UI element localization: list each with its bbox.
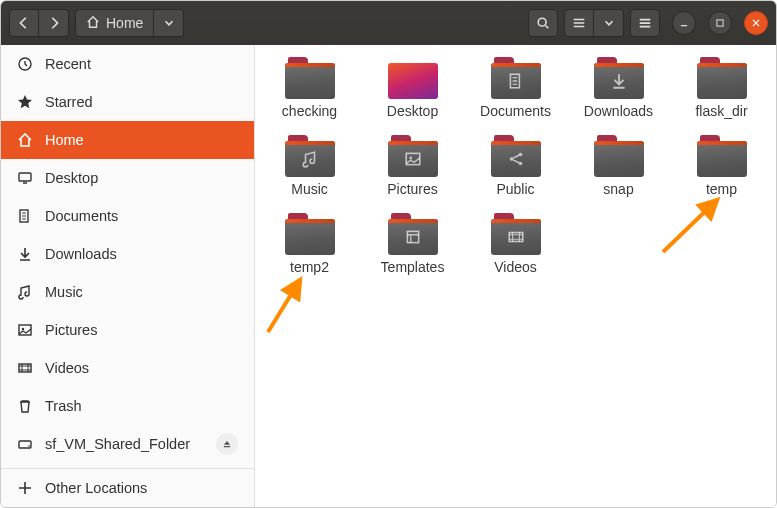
folder-icon xyxy=(594,135,644,177)
folder-temp[interactable]: temp xyxy=(675,135,768,197)
file-manager-window: Home RecentStarredHomeDesktopDocumentsDo… xyxy=(0,0,777,508)
folder-icon xyxy=(491,213,541,255)
folder-label: Documents xyxy=(480,103,551,119)
folder-downloads[interactable]: Downloads xyxy=(572,57,665,119)
folder-label: Music xyxy=(291,181,328,197)
folder-label: Pictures xyxy=(387,181,438,197)
folder-icon xyxy=(594,57,644,99)
folder-label: temp xyxy=(706,181,737,197)
minimize-button[interactable] xyxy=(672,11,696,35)
path-bar: Home xyxy=(75,9,184,37)
folder-documents[interactable]: Documents xyxy=(469,57,562,119)
sidebar-item-downloads[interactable]: Downloads xyxy=(1,235,254,273)
folder-icon xyxy=(697,135,747,177)
titlebar: Home xyxy=(1,1,776,45)
sidebar-item-label: Recent xyxy=(45,56,91,72)
folder-label: Downloads xyxy=(584,103,653,119)
sidebar-item-label: Other Locations xyxy=(45,480,147,496)
hamburger-menu-button[interactable] xyxy=(630,9,660,37)
sidebar-item-label: Starred xyxy=(45,94,93,110)
folder-icon xyxy=(388,213,438,255)
folder-icon xyxy=(285,135,335,177)
file-pane[interactable]: checkingDesktopDocumentsDownloadsflask_d… xyxy=(255,45,776,507)
music-icon xyxy=(17,284,33,300)
sidebar-item-label: Documents xyxy=(45,208,118,224)
folder-label: checking xyxy=(282,103,337,119)
path-label: Home xyxy=(106,15,143,31)
sidebar-item-label: Music xyxy=(45,284,83,300)
documents-icon xyxy=(17,208,33,224)
folder-label: Public xyxy=(496,181,534,197)
folder-pictures[interactable]: Pictures xyxy=(366,135,459,197)
folder-templates[interactable]: Templates xyxy=(366,213,459,275)
folder-label: Videos xyxy=(494,259,537,275)
home-icon xyxy=(86,15,100,32)
star-icon xyxy=(17,94,33,110)
downloads-icon xyxy=(17,246,33,262)
sidebar-item-sf-vm-shared-folder[interactable]: sf_VM_Shared_Folder xyxy=(1,425,254,463)
folder-public[interactable]: Public xyxy=(469,135,562,197)
folder-desktop[interactable]: Desktop xyxy=(366,57,459,119)
sidebar-item-label: Home xyxy=(45,132,84,148)
sidebar-item-desktop[interactable]: Desktop xyxy=(1,159,254,197)
path-home-button[interactable]: Home xyxy=(75,9,154,37)
folder-music[interactable]: Music xyxy=(263,135,356,197)
plus-icon xyxy=(17,480,33,496)
folder-snap[interactable]: snap xyxy=(572,135,665,197)
view-mode-group xyxy=(564,9,624,37)
maximize-button[interactable] xyxy=(708,11,732,35)
folder-label: temp2 xyxy=(290,259,329,275)
forward-button[interactable] xyxy=(39,9,69,37)
sidebar-item-label: Videos xyxy=(45,360,89,376)
sidebar-item-videos[interactable]: Videos xyxy=(1,349,254,387)
drive-icon xyxy=(17,436,33,452)
documents-icon xyxy=(491,63,541,99)
pictures-icon xyxy=(17,322,33,338)
folder-label: snap xyxy=(603,181,633,197)
folder-icon xyxy=(491,57,541,99)
videos-icon xyxy=(491,219,541,255)
clock-icon xyxy=(17,56,33,72)
pictures-icon xyxy=(388,141,438,177)
sidebar-item-documents[interactable]: Documents xyxy=(1,197,254,235)
templates-icon xyxy=(388,219,438,255)
folder-checking[interactable]: checking xyxy=(263,57,356,119)
folder-temp2[interactable]: temp2 xyxy=(263,213,356,275)
folder-icon xyxy=(285,213,335,255)
folder-icon xyxy=(285,57,335,99)
folder-icon xyxy=(388,57,438,99)
search-button[interactable] xyxy=(528,9,558,37)
sidebar-item-label: Pictures xyxy=(45,322,97,338)
path-dropdown-button[interactable] xyxy=(154,9,184,37)
home-icon xyxy=(17,132,33,148)
folder-flask-dir[interactable]: flask_dir xyxy=(675,57,768,119)
nav-group xyxy=(9,9,69,37)
folder-icon xyxy=(491,135,541,177)
list-view-button[interactable] xyxy=(564,9,594,37)
back-button[interactable] xyxy=(9,9,39,37)
videos-icon xyxy=(17,360,33,376)
sidebar-item-label: sf_VM_Shared_Folder xyxy=(45,436,190,452)
sidebar-item-label: Desktop xyxy=(45,170,98,186)
sidebar-item-trash[interactable]: Trash xyxy=(1,387,254,425)
sidebar-item-label: Trash xyxy=(45,398,82,414)
sidebar-item-label: Downloads xyxy=(45,246,117,262)
sidebar-item-pictures[interactable]: Pictures xyxy=(1,311,254,349)
folder-label: flask_dir xyxy=(695,103,747,119)
sidebar-item-music[interactable]: Music xyxy=(1,273,254,311)
sidebar-other-locations[interactable]: Other Locations xyxy=(1,469,254,507)
folder-icon xyxy=(388,135,438,177)
desktop-icon xyxy=(17,170,33,186)
folder-videos[interactable]: Videos xyxy=(469,213,562,275)
music-icon xyxy=(285,141,335,177)
sidebar-item-recent[interactable]: Recent xyxy=(1,45,254,83)
sidebar-item-home[interactable]: Home xyxy=(1,121,254,159)
sidebar-item-starred[interactable]: Starred xyxy=(1,83,254,121)
close-button[interactable] xyxy=(744,11,768,35)
folder-label: Desktop xyxy=(387,103,438,119)
folder-label: Templates xyxy=(381,259,445,275)
view-dropdown-button[interactable] xyxy=(594,9,624,37)
downloads-icon xyxy=(594,63,644,99)
eject-button[interactable] xyxy=(216,433,238,455)
trash-icon xyxy=(17,398,33,414)
